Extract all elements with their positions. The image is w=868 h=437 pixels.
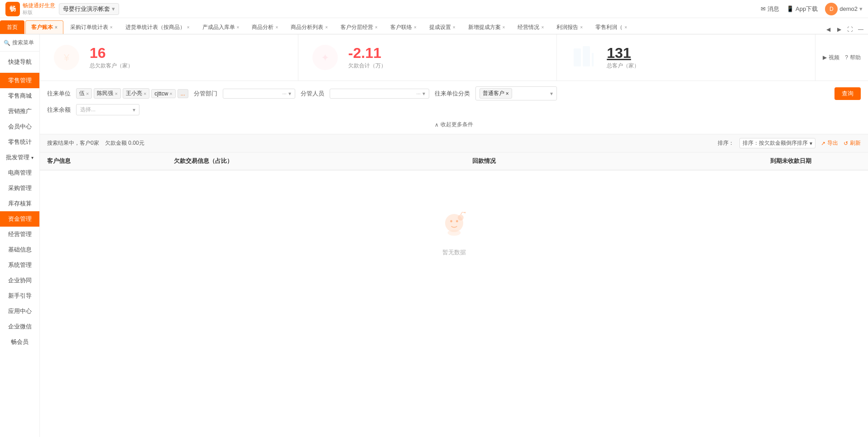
tab-product-analysis[interactable]: 商品分析 × [246, 20, 284, 34]
video-btn[interactable]: ▶ 视频 [823, 54, 839, 62]
stat-value-debt: -2.11 [348, 46, 386, 60]
sidebar-item-basic-info[interactable]: 基础信息 [0, 242, 39, 257]
stat-label-total: 总客户（家） [607, 62, 639, 70]
tab-customer-segment[interactable]: 客户分层经营 × [335, 20, 384, 34]
tab-minimize-btn[interactable]: — [856, 25, 865, 34]
tab-customer-accounts[interactable]: 客户账本 × [25, 20, 63, 34]
logo-icon: 畅 [5, 2, 20, 16]
stat-value-total: 131 [607, 46, 639, 60]
tab-prev-btn[interactable]: ◀ [824, 25, 833, 34]
close-icon[interactable]: × [187, 25, 190, 30]
close-icon[interactable]: × [624, 25, 627, 30]
tab-retail-profit[interactable]: 零售利润（ × [590, 20, 633, 34]
search-label: 搜索菜单 [12, 39, 34, 47]
svg-rect-5 [583, 46, 590, 66]
close-icon[interactable]: × [55, 25, 58, 30]
sidebar-item-member-center[interactable]: 会员中心 [0, 119, 39, 134]
help-btn[interactable]: ? 帮助 [845, 54, 861, 62]
tab-new-commission[interactable]: 新增提成方案 × [462, 20, 511, 34]
sidebar-item-finance[interactable]: 资金管理 [0, 211, 39, 227]
svg-text:✦: ✦ [321, 52, 329, 63]
tab-product-inbound[interactable]: 产成品入库单 × [197, 20, 245, 34]
sidebar-item-member[interactable]: 畅会员 [0, 334, 39, 350]
close-icon[interactable]: × [541, 25, 544, 30]
balance-select[interactable]: 选择... ▾ [76, 104, 139, 115]
sidebar-search[interactable]: 🔍 搜索菜单 [0, 34, 39, 52]
message-icon: ✉ [761, 5, 766, 12]
sidebar-item-new-guide[interactable]: 新手引导 [0, 288, 39, 304]
user-menu[interactable]: D demo2 ▾ [825, 3, 863, 15]
tag-close-icon[interactable]: × [86, 91, 89, 96]
dept-filter-label: 分管部门 [194, 90, 217, 98]
tab-home[interactable]: 首页 [0, 20, 24, 34]
tag-close-icon[interactable]: × [144, 91, 146, 96]
message-btn[interactable]: ✉ 消息 [761, 5, 779, 13]
close-icon[interactable]: × [110, 25, 113, 30]
tab-commission-settings[interactable]: 提成设置 × [423, 20, 461, 34]
more-tags-btn[interactable]: ... [177, 89, 188, 98]
tab-customer-contact[interactable]: 客户联络 × [384, 20, 422, 34]
sidebar-quick-nav[interactable]: 快捷导航 [0, 54, 39, 70]
close-icon[interactable]: × [580, 25, 583, 30]
chevron-up-icon: ∧ [435, 122, 439, 128]
query-button[interactable]: 查询 [834, 87, 861, 100]
chevron-down-icon: ▾ [422, 90, 425, 97]
tab-purchase-orders[interactable]: 采购订单统计表 × [64, 20, 119, 34]
sidebar-item-inventory[interactable]: 库存核算 [0, 196, 39, 211]
tab-next-btn[interactable]: ▶ [834, 25, 844, 34]
stat-info-debt: -2.11 欠款合计（万） [348, 46, 386, 70]
store-selector[interactable]: 母婴行业演示帐套 ▾ [59, 3, 119, 15]
tab-fullscreen-btn[interactable]: ⛶ [845, 25, 854, 34]
sidebar-item-retail-shop[interactable]: 零售商城 [0, 88, 39, 104]
stat-info-customers: 16 总欠款客户（家） [90, 46, 133, 70]
close-icon[interactable]: × [503, 25, 505, 30]
close-icon[interactable]: × [325, 25, 328, 30]
sidebar-item-ecommerce[interactable]: 电商管理 [0, 165, 39, 180]
collapse-btn[interactable]: ∧ 收起更多条件 [47, 119, 861, 132]
svg-rect-4 [574, 48, 581, 66]
category-select[interactable]: 普通客户 × ▾ [475, 86, 557, 100]
filter-row-2: 往来余额 选择... ▾ [47, 104, 861, 115]
tag-chen: 陈民强 × [94, 88, 120, 99]
sidebar-item-marketing[interactable]: 营销推广 [0, 104, 39, 119]
col-repayment: 回款情况 [472, 157, 771, 165]
avatar: D [825, 3, 838, 15]
close-icon[interactable]: × [375, 25, 378, 30]
help-icon: ? [845, 54, 848, 61]
tag-close-icon[interactable]: × [115, 91, 117, 96]
sidebar-item-retail-mgmt[interactable]: 零售管理 [0, 73, 39, 88]
tab-product-analysis-list[interactable]: 商品分析列表 × [285, 20, 334, 34]
tab-incoming-stats[interactable]: 进货单统计表（按商品） × [120, 20, 196, 34]
svg-point-9 [450, 220, 452, 223]
sidebar-item-operations[interactable]: 经营管理 [0, 227, 39, 242]
close-icon[interactable]: × [414, 25, 417, 30]
category-filter-label: 往来单位分类 [435, 90, 470, 98]
results-actions: 排序： 排序：按欠款金额倒序排序 ▾ ↗ 导出 ↺ 刷新 [718, 138, 861, 148]
person-filter-label: 分管人员 [301, 90, 324, 98]
sidebar-item-retail-stats[interactable]: 零售统计 [0, 134, 39, 150]
close-icon[interactable]: × [453, 25, 456, 30]
sidebar-item-system[interactable]: 系统管理 [0, 257, 39, 273]
dept-select[interactable]: ··· ▾ [223, 89, 295, 99]
tag-close-icon[interactable]: × [169, 91, 172, 96]
sidebar-item-app-center[interactable]: 应用中心 [0, 304, 39, 319]
sidebar-item-enterprise-wechat[interactable]: 企业微信 [0, 319, 39, 334]
refresh-btn[interactable]: ↺ 刷新 [844, 139, 861, 147]
sidebar-item-wholesale[interactable]: 批发管理 ▾ [0, 150, 39, 165]
app-download-btn[interactable]: 📱 App下载 [786, 5, 818, 13]
sidebar-item-enterprise-coop[interactable]: 企业协同 [0, 273, 39, 288]
export-btn[interactable]: ↗ 导出 [821, 139, 838, 147]
sort-select[interactable]: 排序：按欠款金额倒序排序 ▾ [739, 138, 815, 148]
empty-state-icon [436, 207, 472, 243]
tab-profit-report[interactable]: 利润报告 × [551, 20, 589, 34]
home-label: 首页 [7, 24, 18, 31]
person-select[interactable]: ··· ▾ [330, 89, 429, 99]
svg-point-11 [458, 215, 464, 221]
close-icon[interactable]: × [237, 25, 240, 30]
tab-operations[interactable]: 经营情况 × [512, 20, 550, 34]
close-icon[interactable]: × [275, 25, 278, 30]
sidebar-item-purchase[interactable]: 采购管理 [0, 180, 39, 196]
tag-close-icon[interactable]: × [506, 90, 509, 97]
category-tag: 普通客户 × [480, 88, 512, 99]
col-customer-info: 客户信息 [47, 157, 174, 165]
